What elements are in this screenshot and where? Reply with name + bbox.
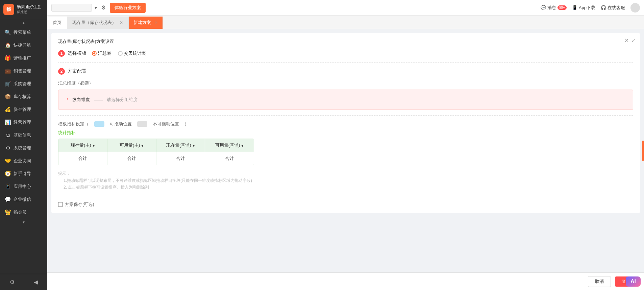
save-option: 方案保存(可选) — [58, 201, 633, 208]
search-input[interactable] — [51, 4, 92, 12]
fixed-badge — [137, 121, 147, 127]
guide-icon: 🧭 — [5, 171, 11, 177]
sidebar-item-basics[interactable]: 🗂 基础信息 — [0, 129, 47, 142]
app-download-label: App下载 — [579, 5, 595, 11]
message-badge: 99+ — [558, 5, 567, 10]
sidebar-label-basics: 基础信息 — [14, 132, 31, 138]
col-1-label: 现存量(主) — [71, 142, 91, 148]
sidebar-item-apps[interactable]: 📱 应用中心 — [0, 180, 47, 193]
col-4-dropdown-icon[interactable]: ▾ — [241, 143, 244, 148]
sidebar-label-inventory: 库存核算 — [14, 94, 31, 100]
collapse-icon[interactable]: ◀ — [32, 277, 40, 287]
message-icon: 💬 — [541, 5, 546, 10]
experience-btn[interactable]: 体验行业方案 — [110, 3, 146, 13]
sidebar-item-search[interactable]: 🔍 搜索菜单 — [0, 26, 47, 39]
sidebar-label-member: 畅会员 — [14, 209, 27, 215]
online-service-btn[interactable]: 🎧 在线客服 — [601, 5, 625, 11]
col-2-header[interactable]: 可用量(主) ▾ — [107, 139, 156, 152]
basics-icon: 🗂 — [5, 132, 11, 138]
col-1-dropdown-icon[interactable]: ▾ — [93, 143, 95, 148]
stats-group-label: 统计指标 — [58, 130, 633, 136]
stats-table-header: 现存量(主) ▾ 可用量(主) ▾ 现存量(基辅) ▾ 可用量(基辅) — [58, 139, 254, 152]
tip-item: 1.拖动标题栏可以调整布局，不可跨维度或指标区域拖动栏目字段(只能在同一维度或指… — [58, 178, 633, 184]
message-btn[interactable]: 💬 消息 99+ — [541, 5, 567, 11]
radio-cross[interactable]: 交叉统计表 — [118, 50, 146, 56]
step2-label: 方案配置 — [68, 68, 86, 74]
main-area: ▾ ⚙ 体验行业方案 💬 消息 99+ 📱 App下载 🎧 在线客服 首页 — [47, 0, 644, 290]
sidebar-scroll-up[interactable]: ▲ — [0, 19, 47, 26]
sidebar-item-operations[interactable]: 📊 经营管理 — [0, 116, 47, 129]
sidebar-item-system[interactable]: ⚙ 系统管理 — [0, 142, 47, 154]
radio-summary[interactable]: 汇总表 — [92, 50, 111, 56]
sidebar-scroll-down[interactable]: ▼ — [0, 219, 47, 225]
cell-3: 合计 — [156, 152, 205, 165]
settings-icon[interactable]: ⚙ — [8, 277, 17, 287]
app-name: 畅康通好生意 — [17, 4, 41, 10]
sidebar-item-inventory[interactable]: 📦 库存核算 — [0, 90, 47, 103]
radio-cross-dot — [118, 51, 123, 56]
col-3-header[interactable]: 现存量(基辅) ▾ — [156, 139, 205, 152]
sidebar-item-guide[interactable]: 🧭 新手引导 — [0, 167, 47, 180]
sidebar-label-guide: 新手引导 — [14, 171, 31, 177]
app-download-btn[interactable]: 📱 App下载 — [572, 5, 595, 11]
step1-label: 选择模板 — [68, 50, 86, 56]
member-icon: 👑 — [5, 209, 11, 215]
tab-home[interactable]: 首页 — [47, 17, 67, 29]
topbar-dropdown-icon[interactable]: ▾ — [95, 5, 97, 10]
indicator-label: 模板指标设定（ — [58, 121, 89, 127]
sidebar-item-marketing[interactable]: 🎁 营销推广 — [0, 52, 47, 65]
sidebar-item-wechat[interactable]: 💬 企业微信 — [0, 193, 47, 206]
cancel-button[interactable]: 取消 — [588, 276, 611, 287]
tab-new-plan[interactable]: 新建方案 ✕ — [129, 17, 163, 29]
sidebar-label-marketing: 营销推广 — [14, 55, 31, 61]
tips-section: 提示： 1.拖动标题栏可以调整布局，不可跨维度或指标区域拖动栏目字段(只能在同一… — [58, 171, 633, 190]
dimension-box[interactable]: * 纵向维度 —— 请选择分组维度 — [58, 90, 633, 110]
tabs-bar: 首页 现存量（库存状况表） ✕ 新建方案 ✕ — [47, 16, 644, 29]
stats-table-row: 合计 合计 合计 合计 — [58, 152, 254, 165]
system-icon: ⚙ — [5, 145, 11, 151]
nav-icon: 🏠 — [5, 42, 11, 48]
col-4-header[interactable]: 可用量(基辅) ▾ — [205, 139, 254, 152]
topbar-gear-icon[interactable]: ⚙ — [100, 3, 107, 12]
tips-title: 提示： — [58, 171, 633, 176]
sidebar-item-purchase[interactable]: 🛒 采购管理 — [0, 77, 47, 90]
col-3-label: 现存量(基辅) — [166, 142, 191, 148]
minimize-icon[interactable]: ✕ — [624, 37, 629, 44]
tab-new-plan-close[interactable]: ✕ — [154, 20, 158, 25]
sidebar-label-operations: 经营管理 — [14, 119, 31, 125]
bottom-bar: 取消 查询 — [47, 272, 644, 290]
col-3-dropdown-icon[interactable]: ▾ — [193, 143, 195, 148]
ai-badge[interactable]: Ai — [626, 276, 641, 287]
service-label: 在线客服 — [608, 5, 625, 11]
radio-cross-label: 交叉统计表 — [124, 50, 146, 56]
sidebar-item-nav[interactable]: 🏠 快捷导航 — [0, 39, 47, 52]
sidebar-label-company: 企业协同 — [14, 158, 31, 164]
sidebar-item-member[interactable]: 👑 畅会员 — [0, 206, 47, 219]
sidebar-label-sales: 销售管理 — [14, 68, 31, 74]
divider3 — [58, 196, 633, 196]
sidebar-item-sales[interactable]: 💼 销售管理 — [0, 65, 47, 77]
save-checkbox[interactable] — [58, 202, 63, 207]
logo-icon: 畅 — [3, 4, 14, 15]
sidebar-item-finance[interactable]: 💰 资金管理 — [0, 103, 47, 116]
divider2 — [58, 115, 633, 116]
content-area: ✕ ⤢ 现存量(库存状况表)方案设置 1 选择模板 汇总表 交叉统计表 — [47, 29, 644, 272]
operations-icon: 📊 — [5, 119, 11, 125]
user-avatar[interactable] — [630, 3, 640, 13]
col-1-header[interactable]: 现存量(主) ▾ — [58, 139, 107, 152]
sidebar-label-search: 搜索菜单 — [14, 29, 31, 35]
tab-inventory-label: 现存量（库存状况表） — [72, 20, 116, 26]
sidebar-label-apps: 应用中心 — [14, 184, 31, 190]
tab-inventory[interactable]: 现存量（库存状况表） ✕ — [67, 17, 129, 29]
col-2-dropdown-icon[interactable]: ▾ — [141, 143, 144, 148]
search-icon: 🔍 — [5, 29, 11, 35]
sidebar-item-company[interactable]: 🤝 企业协同 — [0, 154, 47, 167]
tab-inventory-close[interactable]: ✕ — [120, 20, 123, 25]
dim-arrow: —— — [94, 97, 103, 102]
tab-new-plan-label: 新建方案 — [133, 20, 151, 26]
expand-icon[interactable]: ⤢ — [631, 37, 636, 44]
template-radio-group: 汇总表 交叉统计表 — [92, 50, 146, 56]
cell-1: 合计 — [58, 152, 107, 165]
dim-required-mark: * — [67, 97, 68, 102]
purchase-icon: 🛒 — [5, 81, 11, 87]
